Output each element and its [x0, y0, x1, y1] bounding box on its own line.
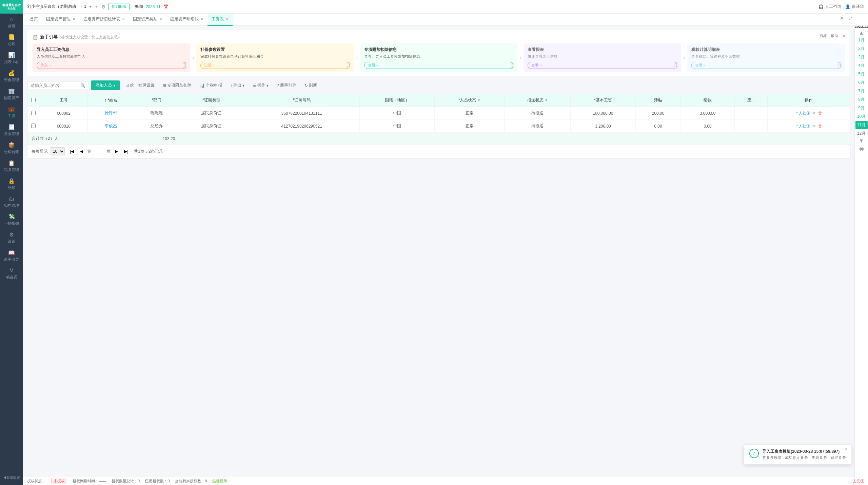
- per-page-select[interactable]: 10 20 50: [50, 147, 65, 155]
- sidebar-label-ledger: 总账: [8, 41, 15, 46]
- sidebar-item-close[interactable]: 🔒结账: [3, 175, 20, 193]
- toolbar: 🔍 添加人员 ▾ ☑ 统一社保设置 ⊞ 专项附加扣除 📊 个税申报 ↑ 导出 ▾…: [27, 80, 434, 90]
- social-insurance-button[interactable]: ☑ 统一社保设置: [123, 81, 157, 90]
- sidebar-label-expense: 发票管理: [4, 131, 19, 136]
- tab-fixed-assets[interactable]: 固定资产管理✕: [42, 14, 79, 26]
- table-header-idno: *证照号码: [244, 94, 359, 107]
- guide-step-title-2: 社保参数设置: [200, 47, 350, 53]
- refresh-icon: ↻: [304, 83, 308, 88]
- deduction-icon: ⊞: [163, 83, 166, 88]
- guide-steps: 导入员工工资信息 人员信息及工资数据新增导入 导入＞ 1 › 社保参数设置 完成…: [33, 43, 434, 72]
- sidebar-item-ledger[interactable]: 📒总账: [3, 31, 20, 49]
- sidebar-label-salary: 工资: [8, 113, 15, 118]
- table-header-name: ↕ *姓名: [88, 94, 134, 107]
- sidebar-label-funds: 资金管理: [4, 77, 19, 82]
- row-name-link-0[interactable]: 徐泽华: [105, 111, 117, 115]
- salary-total: 103,20...: [163, 136, 179, 141]
- guide-step-btn-2[interactable]: 设置＞: [200, 62, 350, 69]
- app-logo: 畅捷通好会计 专业版: [0, 0, 23, 14]
- tab-close-salary[interactable]: ✕: [226, 17, 229, 21]
- sidebar-label-close: 结账: [8, 185, 15, 190]
- app-version: 专业版: [2, 7, 21, 11]
- sidebar-item-expense2[interactable]: 💸小畅报销: [3, 211, 20, 229]
- export-button[interactable]: ↑ 导出 ▾: [228, 81, 247, 90]
- guide-step-btn-1[interactable]: 导入＞: [37, 62, 186, 69]
- funds-icon: 💰: [8, 70, 15, 76]
- add-account-icon[interactable]: ＋: [94, 4, 99, 10]
- sidebar-item-report[interactable]: 📊报表中心: [3, 49, 20, 67]
- ledger-icon: 📒: [8, 34, 15, 40]
- guide-icon: ?: [277, 83, 279, 88]
- sidebar-item-archive[interactable]: 🗂归档管理: [3, 193, 20, 211]
- sidebar-item-expense[interactable]: 🧾发票管理: [3, 121, 20, 139]
- main-content: 📋 新手引导 5步快速完成设置，快去完善信息吧～ 视频 帮助 ✕ 导入员工工资信…: [23, 26, 434, 242]
- settings-icon: ⚙: [9, 231, 14, 238]
- page-first-button[interactable]: |◀: [67, 148, 77, 155]
- search-icon[interactable]: 🔍: [80, 83, 85, 88]
- page-number-input[interactable]: 1: [93, 148, 105, 155]
- tab-close-fixed-assets-dep[interactable]: ✕: [122, 17, 125, 21]
- guide-step-desc-2: 完成社保参数设置自动计算社保公积金: [200, 54, 350, 59]
- operation-icon: ☰: [253, 83, 256, 88]
- sidebar-item-home[interactable]: ⌂首页: [3, 14, 20, 31]
- period-value[interactable]: 2023-11: [146, 4, 161, 9]
- page-last-button[interactable]: ▶|: [121, 148, 131, 155]
- tab-home[interactable]: 首页: [26, 14, 42, 26]
- sidebar-label-settings: 设置: [8, 239, 15, 242]
- salary-icon: 💼: [8, 106, 15, 112]
- close-icon: 🔒: [8, 178, 15, 184]
- tab-label-fixed-assets: 固定资产管理: [46, 16, 71, 22]
- calendar-icon[interactable]: 📅: [163, 4, 169, 9]
- tab-fixed-assets-type[interactable]: 固定资产类别✕: [129, 14, 166, 26]
- new-guide-button[interactable]: ? 新手引导: [274, 81, 299, 90]
- select-all-checkbox[interactable]: [31, 98, 36, 102]
- account-dropdown-icon[interactable]: ▾: [89, 4, 91, 9]
- tax-report-button[interactable]: 📊 个税申报: [197, 81, 225, 90]
- settings-icon[interactable]: ⚙: [101, 4, 106, 10]
- sidebar-item-fixed-assets[interactable]: 🏢固定资产: [3, 85, 20, 103]
- tab-salary[interactable]: 工资表✕: [208, 14, 233, 26]
- sidebar-item-salary[interactable]: 💼工资: [3, 103, 20, 121]
- tab-close-fixed-assets-detail[interactable]: ✕: [201, 17, 203, 21]
- row-name-link-1[interactable]: 李俊杰: [105, 124, 117, 128]
- tab-close-fixed-assets[interactable]: ✕: [73, 17, 75, 21]
- sidebar: 畅捷通好会计 专业版 ⌂首页📒总账📊报表中心💰资金管理🏢固定资产💼工资🧾发票管理…: [0, 0, 23, 242]
- guide-step-btn-3[interactable]: 查看＞: [364, 62, 434, 69]
- guide-step-desc-1: 人员信息及工资数据新增导入: [37, 54, 186, 59]
- home-icon: ⌂: [10, 16, 13, 22]
- row-checkbox-0[interactable]: [31, 111, 36, 115]
- tab-label-fixed-assets-type: 固定资产类别: [133, 16, 157, 22]
- table-row: 000010 李俊杰 总经办 居民身份证 412702198206290521 …: [27, 120, 434, 133]
- guide-step-desc-3: 查看、导入员工专项附加扣除信息: [364, 54, 434, 59]
- operation-button[interactable]: ☰ 操作 ▾: [250, 81, 271, 90]
- sidebar-label-fixed-assets: 固定资产: [4, 95, 19, 100]
- row-idtype-1: 居民身份证: [179, 120, 244, 133]
- period-label: 账期: [135, 4, 143, 10]
- tab-fixed-assets-dep[interactable]: 固定资产折旧统计表✕: [79, 14, 129, 26]
- sidebar-item-tax[interactable]: 📋税务管理: [3, 157, 20, 175]
- refresh-button[interactable]: ↻ 刷新: [302, 81, 320, 90]
- sidebar-item-inventory[interactable]: 📦进销台账: [3, 139, 20, 157]
- page-prev-button[interactable]: ◀: [77, 148, 86, 155]
- add-employee-button[interactable]: 添加人员 ▾: [91, 80, 120, 90]
- account-name: 刘小艳演示账套（勿删勿动！）1: [27, 4, 86, 10]
- sidebar-item-settings[interactable]: ⚙设置: [3, 229, 20, 242]
- guide-step-2: 社保参数设置 完成社保参数设置自动计算社保公积金 设置＞ 2: [196, 43, 354, 72]
- row-check-1: [27, 120, 40, 133]
- employee-search-input[interactable]: [27, 81, 88, 90]
- fixed-assets-icon: 🏢: [8, 88, 15, 94]
- expense2-icon: 💸: [8, 213, 15, 220]
- deduction-button[interactable]: ⊞ 专项附加扣除: [160, 81, 194, 90]
- app-name: 畅捷通好会计: [2, 3, 21, 7]
- tab-close-fixed-assets-type[interactable]: ✕: [159, 17, 162, 21]
- table-footer: 合计共（2）人 -- -- -- -- -- -- 103,20...: [27, 133, 434, 144]
- sidebar-item-funds[interactable]: 💰资金管理: [3, 67, 20, 85]
- switch-version-button[interactable]: 切到旧版: [108, 3, 130, 10]
- row-idno-1: 412702198206290521: [244, 120, 359, 133]
- operation-dropdown-icon: ▾: [267, 83, 269, 88]
- tab-label-fixed-assets-detail: 固定资产明细账: [170, 16, 199, 22]
- tab-fixed-assets-detail[interactable]: 固定资产明细账✕: [166, 14, 208, 26]
- row-checkbox-1[interactable]: [31, 124, 36, 128]
- page-next-button[interactable]: ▶: [112, 148, 121, 155]
- guide-step-title-3: 专项附加扣除信息: [364, 47, 434, 53]
